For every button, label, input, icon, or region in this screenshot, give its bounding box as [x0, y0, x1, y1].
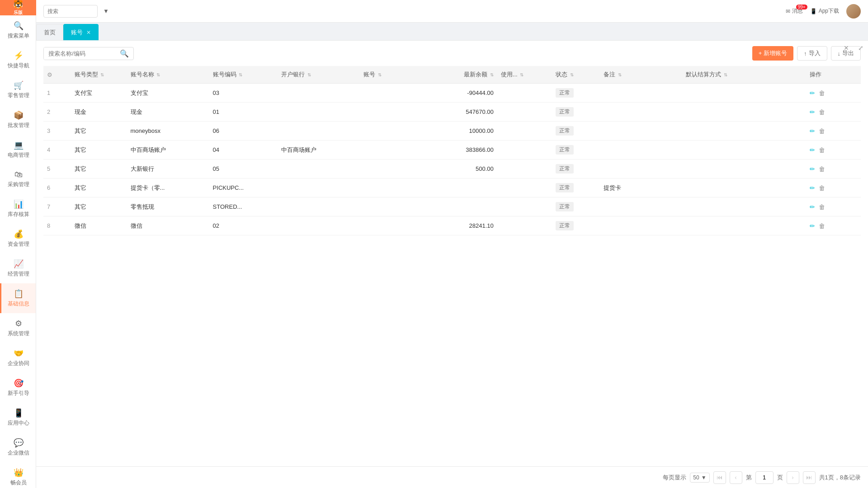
sidebar-item-member[interactable]: 👑 畅会员 — [0, 462, 36, 488]
delete-button[interactable]: 🗑 — [819, 127, 825, 135]
sidebar-item-system-label: 系统管理 — [8, 330, 29, 338]
tab-accounts-close[interactable]: ✕ — [86, 29, 91, 36]
close-window-button[interactable]: ✕ — [839, 41, 854, 55]
topbar: ▼ ✉ 消息 99+ 📱 App下载 — [36, 0, 868, 23]
cell-num: 1 — [43, 84, 71, 103]
delete-button[interactable]: 🗑 — [819, 165, 825, 173]
col-status[interactable]: 状态 ⇅ — [552, 66, 600, 84]
col-bank[interactable]: 开户银行 ⇅ — [278, 66, 360, 84]
action-buttons: ✏ 🗑 — [810, 127, 857, 135]
sidebar-item-retail[interactable]: 🛒 零售管理 — [0, 75, 36, 105]
tab-accounts[interactable]: 账号 ✕ — [63, 24, 99, 40]
delete-button[interactable]: 🗑 — [819, 184, 825, 192]
cell-code: 04 — [209, 141, 278, 160]
tab-home[interactable]: 首页 — [36, 24, 63, 40]
edit-button[interactable]: ✏ — [810, 146, 815, 154]
delete-button[interactable]: 🗑 — [819, 108, 825, 116]
app-download-button[interactable]: 📱 App下载 — [810, 7, 839, 15]
sidebar-item-ecommerce[interactable]: 💻 电商管理 — [0, 135, 36, 164]
ecommerce-icon: 💻 — [14, 140, 24, 150]
topbar-search-input[interactable] — [43, 5, 98, 18]
edit-button[interactable]: ✏ — [810, 184, 815, 192]
page-input[interactable] — [755, 471, 774, 484]
page-total: 共1页，8条记录 — [819, 474, 861, 482]
edit-button[interactable]: ✏ — [810, 127, 815, 135]
col-settings[interactable]: ⚙ — [43, 66, 71, 84]
edit-button[interactable]: ✏ — [810, 165, 815, 173]
cell-account — [360, 178, 429, 197]
user-avatar[interactable] — [846, 4, 861, 19]
add-account-button[interactable]: + 新增账号 — [752, 46, 793, 61]
delete-button[interactable]: 🗑 — [819, 89, 825, 97]
sidebar-item-capital[interactable]: 💰 资金管理 — [0, 224, 36, 253]
page-size-select[interactable]: 50 ▼ — [690, 473, 709, 483]
search-input[interactable] — [44, 47, 116, 60]
delete-button[interactable]: 🗑 — [819, 146, 825, 154]
maximize-window-button[interactable]: ⤢ — [854, 41, 868, 55]
cell-remark — [600, 160, 682, 178]
cell-type: 其它 — [71, 122, 127, 141]
basic-info-icon: 📋 — [14, 289, 24, 299]
import-button[interactable]: ↑ 导入 — [797, 46, 827, 61]
cell-balance: 10000.00 — [429, 122, 497, 141]
next-page-button[interactable]: › — [787, 471, 799, 484]
topbar-right: ✉ 消息 99+ 📱 App下载 — [786, 4, 861, 19]
purchase-icon: 🛍 — [14, 170, 23, 179]
sidebar-item-corp-wechat[interactable]: 💬 企业微信 — [0, 432, 36, 462]
cell-code: 06 — [209, 122, 278, 141]
edit-button[interactable]: ✏ — [810, 108, 815, 116]
sidebar-item-app-center-label: 应用中心 — [8, 419, 29, 427]
edit-button[interactable]: ✏ — [810, 89, 815, 97]
topbar-dropdown[interactable]: ▼ — [103, 8, 109, 14]
prev-page-button[interactable]: ‹ — [730, 471, 742, 484]
sidebar-item-new-guide[interactable]: 🎯 新手引导 — [0, 373, 36, 403]
sidebar-item-inventory[interactable]: 📊 库存核算 — [0, 194, 36, 224]
table-wrap: ⚙ 账号类型 ⇅ 账号名称 ⇅ 账号编码 ⇅ — [36, 66, 868, 466]
col-action: 操作 — [806, 66, 861, 84]
search-button[interactable]: 🔍 — [116, 49, 132, 58]
sidebar-item-member-label: 畅会员 — [10, 479, 27, 487]
col-remark[interactable]: 备注 ⇅ — [600, 66, 682, 84]
sidebar-item-wholesale[interactable]: 📦 批发管理 — [0, 105, 36, 135]
page-size-value: 50 — [693, 474, 699, 481]
last-page-button[interactable]: ⏭ — [803, 471, 816, 484]
col-settlement[interactable]: 默认结算方式 ⇅ — [682, 66, 806, 84]
table-row: 3 其它 moneybosx 06 10000.00 正常 ✏ 🗑 — [43, 122, 861, 141]
status-badge: 正常 — [556, 88, 574, 98]
cell-num: 6 — [43, 178, 71, 197]
cell-action: ✏ 🗑 — [806, 160, 861, 178]
main-area: ▼ ✉ 消息 99+ 📱 App下载 首页 账号 ✕ — [36, 0, 868, 488]
sidebar-item-search[interactable]: 🔍 搜索菜单 — [0, 15, 36, 45]
cell-balance — [429, 197, 497, 216]
sidebar-item-app-center[interactable]: 📱 应用中心 — [0, 403, 36, 432]
cell-name: moneybosx — [127, 122, 209, 141]
col-code[interactable]: 账号编码 ⇅ — [209, 66, 278, 84]
col-use[interactable]: 使用... ⇅ — [497, 66, 552, 84]
cell-num: 8 — [43, 216, 71, 235]
sidebar-item-operations[interactable]: 📈 经营管理 — [0, 253, 36, 283]
first-page-button[interactable]: ⏮ — [713, 471, 726, 484]
messages-button[interactable]: ✉ 消息 99+ — [786, 7, 803, 15]
cell-balance: 547670.00 — [429, 103, 497, 122]
col-balance[interactable]: 最新余额 ⇅ — [429, 66, 497, 84]
edit-button[interactable]: ✏ — [810, 222, 815, 230]
col-name[interactable]: 账号名称 ⇅ — [127, 66, 209, 84]
sidebar-item-basic-info[interactable]: 📋 基础信息 — [0, 283, 36, 313]
edit-button[interactable]: ✏ — [810, 203, 815, 211]
sidebar-item-corp-agreement[interactable]: 🤝 企业协同 — [0, 343, 36, 373]
cell-use — [497, 197, 552, 216]
delete-button[interactable]: 🗑 — [819, 203, 825, 211]
cell-type: 现金 — [71, 103, 127, 122]
table-row: 6 其它 提货卡（零... PICKUPC... 正常 提货卡 ✏ 🗑 — [43, 178, 861, 197]
col-type[interactable]: 账号类型 ⇅ — [71, 66, 127, 84]
search-menu-icon: 🔍 — [14, 21, 24, 31]
sidebar-item-quick-nav[interactable]: ⚡ 快捷导航 — [0, 45, 36, 75]
sidebar-item-purchase[interactable]: 🛍 采购管理 — [0, 164, 36, 194]
sidebar-item-system[interactable]: ⚙ 系统管理 — [0, 313, 36, 343]
operations-icon: 📈 — [14, 259, 24, 269]
table-row: 5 其它 大新银行 05 500.00 正常 ✏ 🗑 — [43, 160, 861, 178]
status-badge: 正常 — [556, 145, 574, 155]
delete-button[interactable]: 🗑 — [819, 222, 825, 230]
col-account[interactable]: 账号 ⇅ — [360, 66, 429, 84]
mobile-icon: 📱 — [810, 8, 817, 14]
